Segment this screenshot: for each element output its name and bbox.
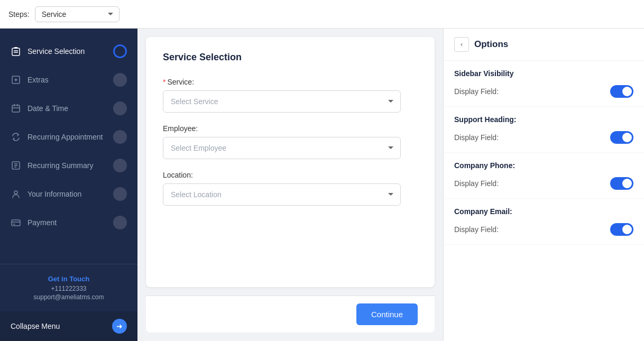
step-indicator-your-information: [113, 187, 127, 201]
svg-rect-0: [12, 48, 20, 56]
service-select[interactable]: Select Service: [163, 90, 401, 113]
sidebar-item-label-recurring-appointment: Recurring Appointment: [27, 132, 107, 142]
service-required-star: *: [163, 78, 165, 86]
svg-point-15: [14, 191, 17, 194]
steps-label: Steps:: [8, 10, 30, 19]
options-section-company-email: Company Email: Display Field:: [444, 199, 644, 245]
service-label: * Service:: [163, 78, 418, 86]
options-back-button[interactable]: ‹: [454, 37, 469, 52]
options-header: ‹ Options: [444, 29, 644, 61]
svg-rect-1: [14, 47, 17, 49]
step-indicator-payment: [113, 216, 127, 229]
svg-rect-16: [12, 220, 20, 226]
sidebar-item-label-date-time: Date & Time: [27, 104, 107, 113]
company-phone-label: Display Field:: [454, 179, 499, 188]
sidebar-item-your-information[interactable]: Your Information: [0, 180, 137, 208]
employee-select[interactable]: Select Employee: [163, 137, 401, 159]
employee-label-text: Employee:: [163, 124, 198, 133]
sidebar-footer: Get in Touch +111222333 support@ameliatm…: [0, 264, 137, 311]
back-chevron-icon: ‹: [461, 41, 463, 48]
sidebar-item-recurring-summary[interactable]: Recurring Summary: [0, 151, 137, 180]
credit-card-icon: [11, 217, 21, 228]
collapse-menu-button[interactable]: Collapse Menu ➜: [0, 311, 137, 341]
sidebar-item-label-extras: Extras: [27, 75, 107, 85]
sidebar-item-label-payment: Payment: [27, 218, 107, 227]
sidebar-visibility-title: Sidebar Visibility: [454, 69, 633, 78]
plus-square-icon: [11, 75, 21, 85]
employee-field-group: Employee: Select Employee: [163, 124, 418, 159]
sidebar-visibility-label: Display Field:: [454, 87, 499, 96]
collapse-arrow-icon: ➜: [112, 319, 127, 334]
company-phone-title: Company Phone:: [454, 161, 633, 170]
get-in-touch-label: Get in Touch: [11, 275, 127, 283]
location-field-group: Location: Select Location: [163, 171, 418, 206]
company-email-slider: [610, 223, 633, 236]
step-indicator-recurring-summary: [113, 159, 127, 172]
support-heading-label: Display Field:: [454, 133, 499, 142]
company-email-toggle[interactable]: [610, 223, 633, 236]
step-indicator-recurring-appointment: [113, 130, 127, 144]
list-icon: [11, 160, 21, 171]
step-indicator-extras: [113, 73, 127, 87]
employee-label: Employee:: [163, 124, 418, 133]
company-email-row: Display Field:: [454, 223, 633, 236]
center-content: Service Selection * Service: Select Serv…: [137, 29, 443, 341]
repeat-icon: [11, 132, 21, 142]
sidebar-item-service-selection[interactable]: Service Selection: [0, 37, 137, 66]
sidebar-visibility-toggle[interactable]: [610, 85, 633, 98]
user-icon: [11, 189, 21, 199]
company-phone-toggle[interactable]: [610, 177, 633, 190]
support-heading-row: Display Field:: [454, 131, 633, 144]
sidebar-item-label-service-selection: Service Selection: [27, 47, 107, 56]
sidebar-item-label-your-information: Your Information: [27, 189, 107, 199]
sidebar-item-extras[interactable]: Extras: [0, 66, 137, 94]
collapse-menu-label: Collapse Menu: [11, 322, 60, 330]
service-field-group: * Service: Select Service: [163, 78, 418, 113]
company-email-title: Company Email:: [454, 207, 633, 216]
sidebar-item-label-recurring-summary: Recurring Summary: [27, 161, 107, 170]
sidebar-item-date-time[interactable]: Date & Time: [0, 94, 137, 123]
company-phone-row: Display Field:: [454, 177, 633, 190]
contact-phone: +111222333: [11, 285, 127, 292]
sidebar-item-recurring-appointment[interactable]: Recurring Appointment: [0, 123, 137, 151]
location-label: Location:: [163, 171, 418, 179]
bottom-bar: Continue: [146, 296, 435, 333]
support-heading-title: Support Heading:: [454, 115, 633, 124]
sidebar-nav: Service Selection Extras: [0, 29, 137, 264]
location-select[interactable]: Select Location: [163, 183, 401, 206]
options-section-company-phone: Company Phone: Display Field:: [444, 153, 644, 199]
contact-email: support@ameliatms.com: [11, 293, 127, 301]
calendar-icon: [11, 103, 21, 114]
options-section-support-heading: Support Heading: Display Field:: [444, 107, 644, 153]
svg-rect-7: [12, 105, 20, 112]
sidebar-visibility-row: Display Field:: [454, 85, 633, 98]
support-heading-toggle[interactable]: [610, 131, 633, 144]
sidebar-item-payment[interactable]: Payment: [0, 208, 137, 237]
top-bar: Steps: Service: [0, 0, 644, 29]
company-phone-slider: [610, 177, 633, 190]
clipboard-icon: [11, 46, 21, 57]
service-selection-card: Service Selection * Service: Select Serv…: [146, 37, 435, 287]
support-heading-slider: [610, 131, 633, 144]
location-label-text: Location:: [163, 171, 193, 179]
sidebar: Service Selection Extras: [0, 29, 137, 341]
continue-button[interactable]: Continue: [356, 303, 418, 325]
options-title: Options: [474, 39, 508, 50]
main-layout: Service Selection Extras: [0, 29, 644, 341]
right-panel: ‹ Options Sidebar Visibility Display Fie…: [443, 29, 644, 341]
service-label-text: Service:: [167, 78, 194, 86]
sidebar-visibility-slider: [610, 85, 633, 98]
company-email-label: Display Field:: [454, 225, 499, 234]
step-indicator-date-time: [113, 102, 127, 115]
options-section-sidebar-visibility: Sidebar Visibility Display Field:: [444, 61, 644, 107]
step-indicator-service: [113, 44, 127, 58]
steps-select[interactable]: Service: [35, 6, 119, 22]
card-title: Service Selection: [163, 52, 418, 63]
